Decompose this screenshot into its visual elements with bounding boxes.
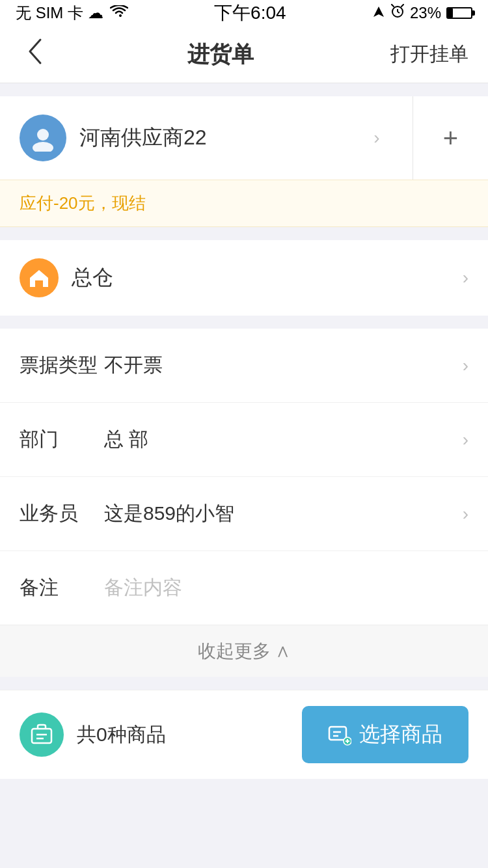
warehouse-icon: [20, 258, 59, 297]
section-gap-2: [0, 227, 488, 240]
notice-bar: 应付-20元，现结: [0, 180, 488, 227]
invoice-type-row[interactable]: 票据类型 不开票 ›: [0, 329, 488, 402]
plus-icon: +: [437, 125, 465, 151]
status-bar: 无 SIM 卡 ☁ 下午6:04 23%: [0, 0, 488, 26]
battery-percent: 23%: [410, 4, 441, 22]
section-gap-1: [0, 83, 488, 96]
product-count-text: 共0种商品: [77, 722, 166, 748]
wifi-icon: [110, 4, 128, 22]
svg-rect-5: [35, 280, 43, 287]
supplier-chevron-icon: ›: [373, 128, 379, 148]
status-time: 下午6:04: [214, 1, 286, 25]
status-left: 无 SIM 卡 ☁: [16, 3, 128, 23]
warehouse-chevron-icon: ›: [463, 267, 468, 288]
salesman-row[interactable]: 业务员 这是859的小智 ›: [0, 476, 488, 550]
select-product-icon: [328, 723, 351, 746]
bottom-bar: 共0种商品 选择商品: [0, 690, 488, 779]
svg-point-4: [33, 142, 53, 152]
open-pending-button[interactable]: 打开挂单: [390, 41, 468, 68]
remark-row[interactable]: 备注 备注内容: [0, 550, 488, 625]
warehouse-section: 总仓 ›: [0, 240, 488, 316]
select-product-button[interactable]: 选择商品: [302, 706, 468, 763]
form-section: 票据类型 不开票 › 部门 总 部 › 业务员 这是859的小智 › 备注 备注…: [0, 329, 488, 677]
location-arrow-icon: [372, 4, 385, 22]
collapse-button[interactable]: 收起更多 ∧: [0, 625, 488, 677]
salesman-label: 业务员: [20, 500, 98, 527]
supplier-avatar: [20, 115, 66, 161]
remark-label: 备注: [20, 575, 98, 601]
alarm-icon: [390, 4, 405, 22]
page-title: 进货单: [187, 40, 254, 70]
nav-bar: 进货单 打开挂单: [0, 26, 488, 83]
invoice-type-label: 票据类型: [20, 352, 98, 379]
svg-point-3: [37, 129, 49, 141]
section-gap-3: [0, 316, 488, 329]
warehouse-row[interactable]: 总仓 ›: [0, 240, 488, 316]
section-gap-4: [0, 677, 488, 690]
sim-label: 无 SIM 卡 ☁: [16, 3, 103, 23]
svg-rect-9: [329, 727, 346, 740]
warehouse-name: 总仓: [72, 264, 463, 292]
remark-input[interactable]: 备注内容: [104, 575, 468, 601]
product-count-icon: [20, 712, 64, 757]
invoice-type-value: 不开票: [104, 352, 463, 379]
department-row[interactable]: 部门 总 部 ›: [0, 402, 488, 476]
supplier-row[interactable]: 河南供应商22 ›: [0, 96, 413, 180]
product-info: 共0种商品: [20, 712, 166, 757]
supplier-section: 河南供应商22 › + 应付-20元，现结: [0, 96, 488, 227]
invoice-chevron-icon: ›: [463, 355, 468, 376]
supplier-name: 河南供应商22: [79, 124, 373, 152]
department-chevron-icon: ›: [463, 429, 468, 450]
svg-line-2: [398, 12, 400, 13]
add-supplier-button[interactable]: +: [413, 96, 488, 180]
salesman-chevron-icon: ›: [463, 504, 468, 524]
battery-icon: [446, 7, 472, 19]
svg-rect-6: [32, 729, 51, 743]
department-label: 部门: [20, 426, 98, 453]
status-right: 23%: [372, 4, 472, 22]
back-button[interactable]: [20, 31, 51, 78]
collapse-label: 收起更多 ∧: [198, 639, 291, 664]
main-content: 河南供应商22 › + 应付-20元，现结 总仓 ›: [0, 83, 488, 868]
salesman-value: 这是859的小智: [104, 500, 463, 527]
select-product-label: 选择商品: [359, 720, 442, 749]
department-value: 总 部: [104, 426, 463, 453]
notice-text: 应付-20元，现结: [20, 193, 146, 213]
